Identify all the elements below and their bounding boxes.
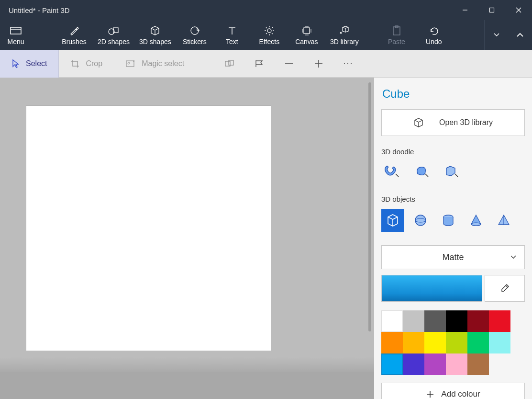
- ribbon-3d-shapes[interactable]: 3D shapes: [134, 20, 176, 50]
- magic-select-icon: [125, 59, 136, 68]
- eyedropper-button[interactable]: [485, 275, 525, 302]
- text-icon: [227, 25, 237, 36]
- magic-select-tool[interactable]: Magic select: [114, 50, 196, 78]
- menu-button[interactable]: Menu: [0, 20, 32, 50]
- color-swatch[interactable]: [381, 353, 403, 375]
- ribbon-collapse-button[interactable]: [508, 20, 532, 50]
- svg-rect-25: [126, 61, 134, 67]
- color-swatch[interactable]: [446, 332, 467, 353]
- svg-line-15: [272, 33, 273, 34]
- color-swatch[interactable]: [381, 332, 403, 353]
- color-swatch[interactable]: [489, 310, 510, 332]
- library-cube-icon: [413, 117, 424, 128]
- ribbon-more-dropdown[interactable]: [484, 20, 508, 50]
- color-swatch[interactable]: [467, 332, 489, 353]
- material-dropdown[interactable]: Matte: [381, 245, 525, 269]
- svg-point-35: [471, 223, 481, 226]
- sub-toolbar: Select Crop Magic select ···: [0, 50, 532, 78]
- svg-rect-4: [11, 27, 21, 34]
- crop-icon: [70, 59, 80, 68]
- object-pyramid[interactable]: [492, 209, 515, 232]
- object-cube[interactable]: [381, 209, 404, 232]
- 2d-shapes-icon: [108, 25, 119, 36]
- ribbon-undo[interactable]: Undo: [415, 20, 453, 50]
- doodle-sharp[interactable]: [441, 161, 462, 181]
- ribbon-canvas[interactable]: Canvas: [288, 20, 325, 50]
- objects-section-label: 3D objects: [381, 195, 525, 203]
- color-swatch[interactable]: [381, 310, 403, 332]
- brush-icon: [69, 25, 79, 36]
- color-swatch[interactable]: [467, 353, 489, 375]
- ribbon-effects[interactable]: Effects: [251, 20, 288, 50]
- stickers-icon: [189, 25, 200, 36]
- ribbon-2d-shapes[interactable]: 2D shapes: [93, 20, 134, 50]
- undo-icon: [429, 25, 439, 36]
- svg-rect-1: [490, 8, 494, 12]
- color-swatch[interactable]: [403, 353, 424, 375]
- svg-point-32: [415, 215, 426, 226]
- doodle-soft[interactable]: [411, 161, 432, 181]
- group-icon[interactable]: [224, 58, 235, 69]
- color-swatch[interactable]: [424, 353, 446, 375]
- canvas[interactable]: [26, 105, 271, 351]
- panel-title: Cube: [382, 87, 525, 101]
- svg-rect-18: [304, 28, 310, 34]
- object-cylinder[interactable]: [437, 209, 460, 232]
- ribbon-brushes[interactable]: Brushes: [55, 20, 93, 50]
- minimize-button[interactable]: [452, 0, 478, 20]
- svg-point-26: [128, 62, 130, 64]
- window-title: Untitled* - Paint 3D: [9, 6, 70, 14]
- svg-point-9: [267, 29, 271, 33]
- plus-icon: [426, 390, 434, 399]
- maximize-button[interactable]: [478, 0, 505, 20]
- object-cone[interactable]: [465, 209, 488, 232]
- color-palette: [381, 310, 510, 375]
- svg-line-16: [272, 27, 273, 28]
- 3d-shapes-icon: [150, 25, 160, 36]
- menu-icon: [10, 25, 22, 36]
- color-swatch[interactable]: [446, 353, 467, 375]
- color-swatch[interactable]: [403, 332, 424, 353]
- select-tool[interactable]: Select: [0, 50, 59, 78]
- flag-icon[interactable]: [254, 58, 265, 69]
- zoom-out-icon[interactable]: [284, 58, 294, 69]
- horizontal-scrollbar[interactable]: [0, 390, 374, 399]
- effects-icon: [264, 25, 275, 36]
- paste-icon: [392, 25, 401, 36]
- svg-line-14: [266, 27, 267, 28]
- side-panel: Cube Open 3D library 3D doodle 3D object…: [374, 78, 532, 399]
- chevron-down-icon: [510, 255, 517, 260]
- zoom-in-icon[interactable]: [313, 58, 324, 69]
- ribbon-3d-library[interactable]: 3D library: [325, 20, 364, 50]
- current-color-preview[interactable]: [381, 275, 482, 302]
- vertical-scrollbar[interactable]: [366, 78, 374, 399]
- color-swatch[interactable]: [403, 310, 424, 332]
- ribbon: Menu Brushes 2D shapes 3D shapes Sticker…: [0, 20, 532, 50]
- cursor-icon: [11, 59, 20, 68]
- canvas-viewport[interactable]: [0, 78, 374, 399]
- open-3d-library-button[interactable]: Open 3D library: [381, 109, 525, 136]
- crop-tool[interactable]: Crop: [59, 50, 114, 78]
- titlebar: Untitled* - Paint 3D: [0, 0, 532, 20]
- doodle-section-label: 3D doodle: [381, 148, 525, 156]
- ribbon-paste[interactable]: Paste: [378, 20, 415, 50]
- color-swatch[interactable]: [446, 310, 467, 332]
- main-area: Cube Open 3D library 3D doodle 3D object…: [0, 78, 532, 399]
- add-colour-button[interactable]: Add colour: [381, 383, 525, 399]
- color-swatch[interactable]: [424, 332, 446, 353]
- svg-line-17: [266, 33, 267, 34]
- canvas-icon: [301, 25, 312, 36]
- color-swatch[interactable]: [467, 310, 489, 332]
- more-icon[interactable]: ···: [343, 58, 354, 69]
- object-sphere[interactable]: [409, 209, 432, 232]
- close-button[interactable]: [505, 0, 532, 20]
- menu-label: Menu: [7, 38, 24, 46]
- ribbon-stickers[interactable]: Stickers: [176, 20, 213, 50]
- ribbon-text[interactable]: Text: [213, 20, 251, 50]
- doodle-tube[interactable]: [381, 161, 402, 181]
- color-swatch[interactable]: [424, 310, 446, 332]
- color-swatch[interactable]: [489, 332, 510, 353]
- 3d-library-icon: [339, 25, 350, 36]
